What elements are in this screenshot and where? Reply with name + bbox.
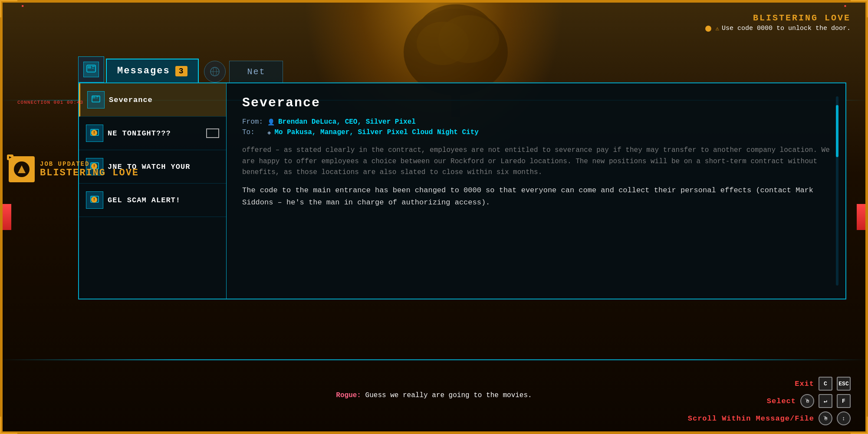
quest-warning-icon: ⚠ bbox=[716, 25, 719, 32]
exit-key-c[interactable]: C bbox=[819, 377, 832, 391]
tab-messages[interactable]: Messages 3 bbox=[106, 59, 199, 82]
scroll-indicator[interactable] bbox=[836, 96, 838, 286]
job-text-block: JOB UPDATED BLISTERING LOVE bbox=[40, 161, 139, 178]
exit-label: Exit bbox=[795, 380, 814, 388]
quest-notification: BLISTERING LOVE ⚠ Use code 0000 to unloc… bbox=[705, 13, 851, 32]
message-detail: Severance From: 👤 Brendan DeLuca, CEO, S… bbox=[227, 83, 845, 299]
svg-marker-5 bbox=[18, 165, 26, 173]
quest-title: BLISTERING LOVE bbox=[705, 13, 851, 23]
tab-bar: Messages 3 Net bbox=[78, 56, 846, 82]
svg-rect-14 bbox=[92, 96, 95, 99]
scroll-key-mouse[interactable]: 🖱 bbox=[819, 411, 832, 425]
job-name: BLISTERING LOVE bbox=[40, 168, 139, 178]
scroll-control-row: Scroll Within Message/File 🖱 ↕ bbox=[688, 411, 851, 425]
select-key-f[interactable]: F bbox=[837, 394, 851, 408]
corner-tr bbox=[851, 0, 868, 17]
corner-bl bbox=[0, 417, 17, 434]
scroll-label: Scroll Within Message/File bbox=[688, 414, 814, 423]
h-line-bottom bbox=[0, 359, 868, 360]
bottom-controls: Exit C ESC Select 🖱 ↵ F Scroll Within Me… bbox=[688, 377, 851, 425]
job-updated-label: JOB UPDATED bbox=[40, 161, 139, 168]
job-icon-box: ▶ bbox=[9, 156, 35, 182]
svg-rect-16 bbox=[96, 98, 98, 99]
message-body-faded: offered – as stated clearly in the contr… bbox=[242, 145, 830, 178]
svg-rect-15 bbox=[96, 96, 99, 97]
scroll-key-updown[interactable]: ↕ bbox=[837, 411, 851, 425]
message-item-scam[interactable]: ! GEL SCAM ALERT! bbox=[79, 184, 226, 217]
tab-messages-badge: 3 bbox=[175, 66, 188, 76]
message-item-1-title: Severance bbox=[109, 96, 153, 104]
tab-net-icon bbox=[204, 61, 226, 82]
exit-key-esc[interactable]: ESC bbox=[837, 377, 851, 391]
svg-rect-8 bbox=[92, 66, 95, 67]
to-label: To: bbox=[242, 128, 264, 136]
from-value: Brendan DeLuca, CEO, Silver Pixel bbox=[278, 118, 416, 126]
scroll-thumb bbox=[836, 105, 838, 157]
message-item-2-title: NE TONIGHT??? bbox=[108, 129, 171, 138]
svg-point-3 bbox=[438, 15, 499, 63]
message-item-4-title: GEL SCAM ALERT! bbox=[108, 196, 181, 204]
tab-messages-icon-box bbox=[78, 56, 104, 82]
select-key-mouse[interactable]: 🖱 bbox=[800, 394, 814, 408]
message-to-row: To: ◈ Mo Pakusa, Manager, Silver Pixel C… bbox=[242, 128, 830, 136]
top-status-left: ■ bbox=[22, 3, 24, 8]
corner-br bbox=[851, 417, 868, 434]
from-person-icon: 👤 bbox=[267, 118, 275, 126]
message-item-severance[interactable]: Severance bbox=[79, 83, 226, 117]
message-from-row: From: 👤 Brendan DeLuca, CEO, Silver Pixe… bbox=[242, 118, 830, 126]
select-control-row: Select 🖱 ↵ F bbox=[767, 394, 851, 408]
right-side-marker bbox=[857, 204, 865, 230]
tab-net[interactable]: Net bbox=[229, 61, 283, 82]
message-item-2-indicator bbox=[206, 128, 219, 138]
job-icon-inner bbox=[14, 161, 30, 177]
job-updated-notification: ▶ JOB UPDATED BLISTERING LOVE bbox=[9, 156, 139, 182]
job-badge: ▶ bbox=[7, 155, 13, 160]
message-meta: From: 👤 Brendan DeLuca, CEO, Silver Pixe… bbox=[242, 118, 830, 136]
message-body-main: The code to the main entrance has been c… bbox=[242, 184, 830, 209]
corner-tl bbox=[0, 0, 17, 17]
svg-rect-9 bbox=[92, 68, 94, 69]
message-detail-title: Severance bbox=[242, 95, 830, 110]
select-key-enter[interactable]: ↵ bbox=[819, 394, 832, 408]
message-item-tonight[interactable]: ! NE TONIGHT??? bbox=[79, 117, 226, 150]
subtitle-speaker: Rogue: bbox=[336, 391, 361, 399]
main-panel: Messages 3 Net bbox=[78, 56, 846, 356]
top-status-right: ■ bbox=[844, 3, 846, 8]
subtitle-content: Guess we really are going to the movies. bbox=[365, 391, 532, 399]
quest-hint-text: Use code 0000 to unlock the door. bbox=[722, 25, 851, 32]
message-list: Severance ! NE TONIGHT??? bbox=[79, 83, 227, 299]
from-label: From: bbox=[242, 118, 264, 126]
message-item-2-unread: ! bbox=[91, 130, 97, 136]
tab-messages-icon-inner bbox=[83, 62, 99, 77]
message-item-4-unread: ! bbox=[91, 197, 97, 203]
select-label: Select bbox=[767, 397, 796, 405]
tab-messages-label: Messages bbox=[117, 66, 170, 76]
tab-net-label: Net bbox=[247, 67, 265, 77]
to-location-icon: ◈ bbox=[267, 129, 271, 136]
quest-dot-icon bbox=[705, 26, 711, 32]
message-item-1-icon bbox=[87, 91, 105, 108]
content-area: Severance ! NE TONIGHT??? bbox=[78, 82, 846, 299]
left-side-marker bbox=[3, 204, 11, 230]
exit-control-row: Exit C ESC bbox=[795, 377, 851, 391]
svg-rect-7 bbox=[88, 66, 91, 69]
to-value: Mo Pakusa, Manager, Silver Pixel Cloud N… bbox=[274, 128, 478, 136]
connection-status: CONNECTION 001 00:43 bbox=[17, 100, 83, 105]
